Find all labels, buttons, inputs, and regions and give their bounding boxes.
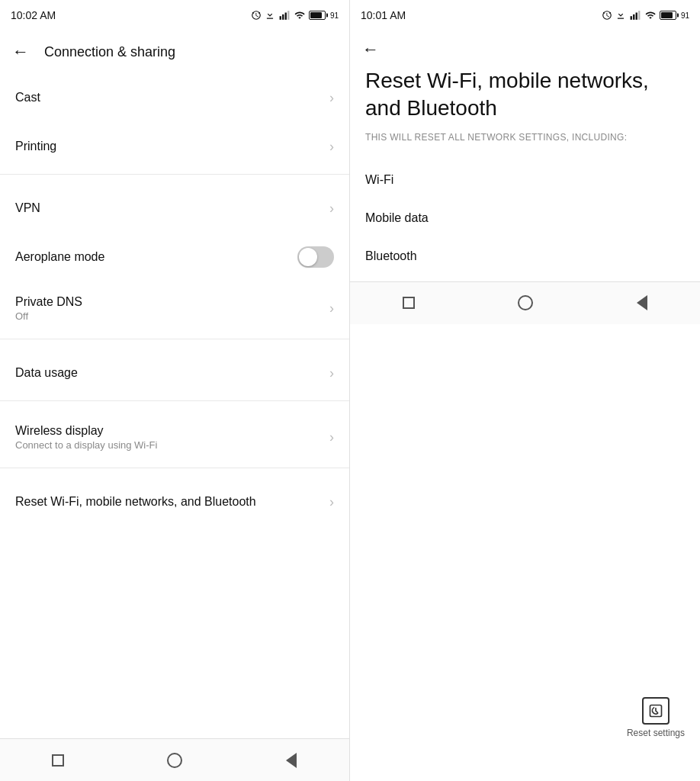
divider-4 xyxy=(0,468,349,468)
status-bar-left: 10:02 AM 91 xyxy=(0,0,349,31)
reset-icon xyxy=(642,697,669,725)
settings-item-reset-wifi[interactable]: Reset Wi-Fi, mobile networks, and Blueto… xyxy=(0,477,349,526)
reset-item-wifi: Wi-Fi xyxy=(365,161,685,199)
settings-item-wireless-display[interactable]: Wireless display Connect to a display us… xyxy=(0,410,349,464)
nav-home-left[interactable] xyxy=(162,748,187,773)
signal-icon xyxy=(278,10,291,21)
status-time-right: 10:01 AM xyxy=(361,9,406,21)
alarm-icon xyxy=(251,10,262,21)
left-panel: 10:02 AM 91 ← Connection & sharing Cast xyxy=(0,0,350,781)
item-subtitle-wireless-display: Connect to a display using Wi-Fi xyxy=(15,439,157,451)
download-icon-right xyxy=(615,10,626,21)
battery-pct-right: 91 xyxy=(681,11,689,20)
chevron-printing: › xyxy=(329,139,334,155)
settings-list: Cast › Printing › VPN › Aeroplane mode xyxy=(0,73,349,738)
svg-rect-5 xyxy=(633,14,634,20)
nav-back-right[interactable] xyxy=(630,291,654,315)
settings-item-data-usage[interactable]: Data usage › xyxy=(0,349,349,397)
toggle-knob xyxy=(299,248,317,266)
svg-rect-1 xyxy=(282,14,284,20)
top-bar-left: ← Connection & sharing xyxy=(0,31,349,73)
reset-settings-label: Reset settings xyxy=(627,728,685,738)
chevron-cast: › xyxy=(329,90,334,106)
item-title-vpn: VPN xyxy=(15,201,40,215)
reset-settings-button[interactable]: Reset settings xyxy=(627,697,685,738)
alarm-icon-right xyxy=(602,10,612,21)
item-title-cast: Cast xyxy=(15,91,40,104)
wifi-icon xyxy=(294,10,306,21)
reset-subtitle: THIS WILL RESET ALL NETWORK SETTINGS, IN… xyxy=(350,129,700,155)
chevron-wireless-display: › xyxy=(329,429,334,445)
item-title-private-dns: Private DNS xyxy=(15,295,82,309)
item-title-data-usage: Data usage xyxy=(15,366,78,380)
nav-home-right[interactable] xyxy=(513,291,538,315)
signal-icon-right xyxy=(629,10,641,21)
aeroplane-toggle[interactable] xyxy=(297,246,334,268)
chevron-reset-wifi: › xyxy=(329,494,334,510)
page-title-left: Connection & sharing xyxy=(44,44,175,60)
reset-items-list: Wi-Fi Mobile data Bluetooth xyxy=(350,155,700,281)
item-title-printing: Printing xyxy=(15,140,56,153)
back-button-right[interactable]: ← xyxy=(362,40,379,59)
svg-rect-4 xyxy=(630,16,631,20)
wifi-icon-right xyxy=(644,10,657,21)
svg-rect-0 xyxy=(279,16,281,20)
battery-pct-left: 91 xyxy=(330,11,339,20)
reset-item-mobile: Mobile data xyxy=(365,199,685,237)
item-title-wireless-display: Wireless display xyxy=(15,424,157,438)
nav-square-right[interactable] xyxy=(397,291,421,315)
battery-left xyxy=(309,11,326,20)
item-subtitle-private-dns: Off xyxy=(15,310,82,322)
nav-bar-left xyxy=(0,738,349,781)
reset-item-bluetooth: Bluetooth xyxy=(365,237,685,275)
svg-rect-2 xyxy=(284,13,286,20)
settings-item-printing[interactable]: Printing › xyxy=(0,122,349,171)
chevron-vpn: › xyxy=(329,201,334,217)
settings-item-private-dns[interactable]: Private DNS Off › xyxy=(0,281,349,336)
settings-item-cast[interactable]: Cast › xyxy=(0,73,349,122)
divider-3 xyxy=(0,400,349,401)
item-title-aeroplane: Aeroplane mode xyxy=(15,250,104,264)
status-bar-right: 10:01 AM 91 xyxy=(350,0,700,31)
chevron-private-dns: › xyxy=(329,301,334,317)
chevron-data-usage: › xyxy=(329,365,334,381)
right-panel: 10:01 AM 91 ← Reset Wi-Fi, mobile networ… xyxy=(350,0,700,781)
svg-rect-3 xyxy=(287,11,289,20)
svg-rect-7 xyxy=(638,11,640,20)
reset-page-title: Reset Wi-Fi, mobile networks, and Blueto… xyxy=(350,58,700,129)
back-button-left[interactable]: ← xyxy=(12,43,29,60)
status-icons-left: 91 xyxy=(251,10,339,21)
item-title-reset-wifi: Reset Wi-Fi, mobile networks, and Blueto… xyxy=(15,495,256,509)
settings-item-vpn[interactable]: VPN › xyxy=(0,184,349,233)
nav-bar-right xyxy=(350,281,700,324)
svg-rect-6 xyxy=(635,13,637,20)
battery-right xyxy=(660,11,676,20)
status-time-left: 10:02 AM xyxy=(11,9,56,21)
nav-square-left[interactable] xyxy=(46,748,70,773)
divider-1 xyxy=(0,174,349,175)
download-icon xyxy=(265,10,275,21)
nav-back-left[interactable] xyxy=(279,748,303,773)
status-icons-right: 91 xyxy=(602,10,689,21)
divider-2 xyxy=(0,339,349,339)
settings-item-aeroplane[interactable]: Aeroplane mode xyxy=(0,233,349,281)
reset-svg-icon xyxy=(648,703,663,718)
